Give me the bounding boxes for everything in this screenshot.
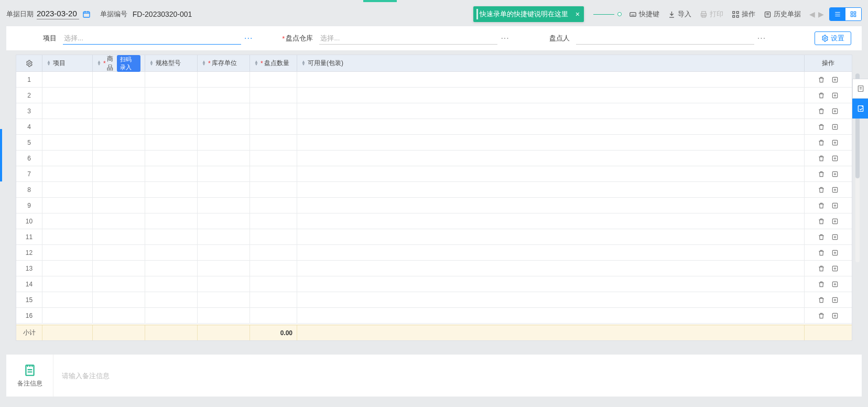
table-row[interactable]: 5 — [16, 135, 852, 151]
table-row[interactable]: 14 — [16, 276, 852, 292]
cell-qty[interactable] — [250, 276, 297, 292]
history-button[interactable]: 历史单据 — [764, 9, 801, 19]
cell-project[interactable] — [42, 151, 93, 166]
cell-avail[interactable] — [297, 88, 805, 103]
cell-qty[interactable] — [250, 88, 297, 103]
cell-avail[interactable] — [297, 245, 805, 260]
doc-date-picker[interactable]: 2023-03-20 — [37, 9, 79, 19]
table-row[interactable]: 6 — [16, 151, 852, 166]
cell-item[interactable] — [93, 88, 145, 103]
cell-unit[interactable] — [198, 88, 250, 103]
import-button[interactable]: 导入 — [668, 9, 691, 19]
cell-item[interactable] — [93, 72, 145, 87]
cell-item[interactable] — [93, 276, 145, 292]
side-tab-1[interactable] — [852, 79, 868, 99]
cell-unit[interactable] — [198, 198, 250, 213]
warehouse-lookup-icon[interactable]: ··· — [497, 34, 512, 43]
cell-unit[interactable] — [198, 72, 250, 87]
delete-row-icon[interactable] — [818, 123, 825, 131]
cell-avail[interactable] — [297, 229, 805, 244]
cell-project[interactable] — [42, 119, 93, 134]
close-icon[interactable]: × — [576, 10, 580, 18]
list-view-button[interactable] — [830, 8, 845, 20]
cell-unit[interactable] — [198, 229, 250, 244]
cell-avail[interactable] — [297, 151, 805, 166]
cell-qty[interactable] — [250, 245, 297, 260]
add-row-icon[interactable] — [831, 233, 839, 241]
col-unit[interactable]: ▲▼ * 库存单位 — [198, 55, 250, 71]
cell-item[interactable] — [93, 182, 145, 197]
cell-item[interactable] — [93, 245, 145, 260]
delete-row-icon[interactable] — [818, 186, 825, 194]
delete-row-icon[interactable] — [818, 92, 825, 99]
add-row-icon[interactable] — [831, 170, 839, 178]
delete-row-icon[interactable] — [818, 155, 825, 162]
cell-project[interactable] — [42, 276, 93, 292]
cell-unit[interactable] — [198, 245, 250, 260]
delete-row-icon[interactable] — [818, 218, 825, 225]
cell-qty[interactable] — [250, 182, 297, 197]
cell-unit[interactable] — [198, 292, 250, 307]
cell-qty[interactable] — [250, 198, 297, 213]
table-row[interactable]: 10 — [16, 213, 852, 229]
cell-avail[interactable] — [297, 72, 805, 87]
cell-qty[interactable] — [250, 151, 297, 166]
cell-project[interactable] — [42, 182, 93, 197]
card-view-button[interactable] — [845, 8, 861, 20]
cell-qty[interactable] — [250, 292, 297, 307]
delete-row-icon[interactable] — [818, 296, 825, 304]
cell-project[interactable] — [42, 72, 93, 87]
add-row-icon[interactable] — [831, 123, 839, 131]
project-input[interactable] — [63, 32, 241, 45]
print-button[interactable]: 打印 — [700, 9, 723, 19]
cell-spec[interactable] — [145, 135, 198, 150]
add-row-icon[interactable] — [831, 202, 839, 209]
add-row-icon[interactable] — [831, 281, 839, 288]
cell-project[interactable] — [42, 308, 93, 323]
shortcut-button[interactable]: 快捷键 — [629, 9, 659, 19]
cell-spec[interactable] — [145, 292, 198, 307]
cell-avail[interactable] — [297, 119, 805, 134]
table-row[interactable]: 12 — [16, 245, 852, 261]
delete-row-icon[interactable] — [818, 202, 825, 209]
cell-qty[interactable] — [250, 119, 297, 134]
calendar-icon[interactable] — [82, 10, 91, 18]
cell-spec[interactable] — [145, 182, 198, 197]
cell-project[interactable] — [42, 261, 93, 276]
cell-qty[interactable] — [250, 308, 297, 323]
cell-item[interactable] — [93, 103, 145, 119]
cell-project[interactable] — [42, 166, 93, 181]
settings-button[interactable]: 设置 — [815, 31, 851, 45]
cell-avail[interactable] — [297, 292, 805, 307]
add-row-icon[interactable] — [831, 139, 839, 146]
operate-button[interactable]: 操作 — [732, 9, 755, 19]
cell-qty[interactable] — [250, 166, 297, 181]
table-row[interactable]: 11 — [16, 229, 852, 245]
add-row-icon[interactable] — [831, 249, 839, 256]
cell-spec[interactable] — [145, 308, 198, 323]
cell-item[interactable] — [93, 229, 145, 244]
project-lookup-icon[interactable]: ··· — [241, 34, 256, 43]
cell-project[interactable] — [42, 292, 93, 307]
cell-unit[interactable] — [198, 261, 250, 276]
cell-project[interactable] — [42, 198, 93, 213]
cell-project[interactable] — [42, 245, 93, 260]
cell-item[interactable] — [93, 198, 145, 213]
cell-project[interactable] — [42, 135, 93, 150]
delete-row-icon[interactable] — [818, 170, 825, 178]
cell-spec[interactable] — [145, 261, 198, 276]
cell-item[interactable] — [93, 308, 145, 323]
cell-qty[interactable] — [250, 135, 297, 150]
cell-unit[interactable] — [198, 166, 250, 181]
cell-avail[interactable] — [297, 198, 805, 213]
cell-item[interactable] — [93, 261, 145, 276]
next-doc-icon[interactable]: ▶ — [818, 10, 824, 18]
delete-row-icon[interactable] — [818, 249, 825, 256]
delete-row-icon[interactable] — [818, 265, 825, 272]
delete-row-icon[interactable] — [818, 233, 825, 241]
add-row-icon[interactable] — [831, 76, 839, 83]
cell-qty[interactable] — [250, 261, 297, 276]
col-spec[interactable]: ▲▼ 规格型号 — [145, 55, 198, 71]
add-row-icon[interactable] — [831, 92, 839, 99]
col-item[interactable]: ▲▼ * 商品 扫码录入 — [93, 55, 145, 71]
